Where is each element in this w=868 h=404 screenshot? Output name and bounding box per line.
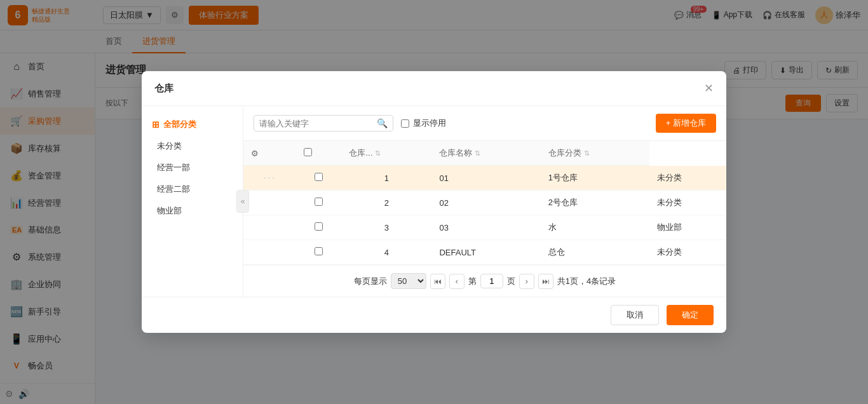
table-row[interactable]: 3 03 水 物业部 [243,215,726,240]
per-page-label: 每页显示 [354,276,387,287]
collapse-button[interactable]: « [236,190,249,213]
row-num-4: 4 [341,240,431,265]
row-more-icon-1[interactable]: ··· [264,172,276,183]
table-row[interactable]: 2 02 2号仓库 未分类 [243,191,726,215]
last-page-button[interactable]: ⏭ [538,274,553,289]
page-size-select[interactable]: 50 100 [391,273,426,289]
table-head: ⚙ 仓库... ⇅ 仓库名称 [243,141,726,166]
table-row[interactable]: ··· 1 01 1号仓库 未分类 [243,166,726,191]
row-actions-2 [243,191,296,215]
cat-item-unclassified[interactable]: 未分类 [142,135,243,157]
dialog-footer: 取消 确定 [142,297,726,333]
th-gear: ⚙ [243,141,296,166]
cat-item-ops2[interactable]: 经营二部 [142,178,243,200]
search-input-wrap: 🔍 [254,115,393,131]
category-sidebar: ⊞ 全部分类 未分类 经营一部 经营二部 物业部 « [142,106,243,297]
row-num-2: 2 [341,191,431,215]
row-checkbox-3[interactable] [315,222,323,231]
table-area: 🔍 显示停用 + 新增仓库 ⚙ [243,106,726,297]
sort-code-icon: ⇅ [375,149,381,158]
cat-item-property[interactable]: 物业部 [142,200,243,222]
cat-item-ops1[interactable]: 经营一部 [142,157,243,178]
dialog-close-button[interactable]: ✕ [704,81,714,95]
row-checkbox-1[interactable] [315,173,323,181]
table-row[interactable]: 4 DEFAULT 总仓 未分类 [243,240,726,265]
page-total-label: 共1页，4条记录 [557,276,616,287]
row-name-1: 1号仓库 [541,166,649,191]
next-page-button[interactable]: › [519,274,534,289]
first-page-button[interactable]: ⏮ [430,274,445,289]
search-icon[interactable]: 🔍 [377,118,388,128]
dialog-title: 仓库 [154,83,173,95]
dialog-header: 仓库 ✕ [142,71,726,106]
row-code-3: 03 [431,215,540,240]
row-checkbox-4[interactable] [315,247,323,255]
row-checkbox-2[interactable] [315,198,323,206]
sort-cat-icon: ⇅ [584,149,590,158]
row-cb-2 [296,191,341,215]
th-checkbox [296,141,341,166]
cancel-button[interactable]: 取消 [611,305,659,325]
row-actions-1: ··· [243,166,296,191]
confirm-button[interactable]: 确定 [667,305,714,325]
row-name-2: 2号仓库 [541,191,649,215]
row-cat-1: 未分类 [649,166,726,191]
row-cb-3 [296,215,341,240]
row-cat-3: 物业部 [649,215,726,240]
th-name: 仓库名称 ⇅ [431,141,540,166]
row-cb-1 [296,166,341,191]
row-cat-4: 未分类 [649,240,726,265]
grid-icon: ⊞ [152,119,159,130]
th-category: 仓库分类 ⇅ [541,141,649,166]
cat-all-label[interactable]: ⊞ 全部分类 [142,114,243,135]
new-warehouse-button[interactable]: + 新增仓库 [656,114,716,133]
row-name-4: 总仓 [541,240,649,265]
warehouse-table: ⚙ 仓库... ⇅ 仓库名称 [243,141,726,265]
row-name-3: 水 [541,215,649,240]
pagination: 每页显示 50 100 ⏮ ‹ 第 页 › ⏭ 共1页，4条记录 [243,265,726,297]
modal-overlay: 仓库 ✕ ⊞ 全部分类 未分类 经营一部 经营二部 [0,0,868,404]
table-body: ··· 1 01 1号仓库 未分类 [243,166,726,265]
show-disabled-label[interactable]: 显示停用 [401,118,446,129]
table-header-row: ⚙ 仓库... ⇅ 仓库名称 [243,141,726,166]
page-number-input[interactable] [480,274,503,288]
row-code-2: 02 [431,191,540,215]
page-label: 第 [468,276,477,287]
prev-page-button[interactable]: ‹ [449,274,465,289]
warehouse-dialog: 仓库 ✕ ⊞ 全部分类 未分类 经营一部 经营二部 [142,71,726,333]
row-cat-2: 未分类 [649,191,726,215]
sort-name-icon: ⇅ [475,149,480,158]
row-code-4: DEFAULT [431,240,540,265]
row-actions-3 [243,215,296,240]
table-container: ⚙ 仓库... ⇅ 仓库名称 [243,141,726,265]
search-bar: 🔍 显示停用 + 新增仓库 [243,106,726,141]
row-actions-4 [243,240,296,265]
row-cb-4 [296,240,341,265]
show-disabled-checkbox[interactable] [401,119,409,128]
row-num-1: 1 [341,166,431,191]
select-all-checkbox[interactable] [304,148,312,156]
page-suffix-label: 页 [507,276,515,287]
dialog-body: ⊞ 全部分类 未分类 经营一部 经营二部 物业部 « [142,106,726,297]
search-input[interactable] [259,119,377,128]
row-code-1: 01 [431,166,540,191]
th-code: 仓库... ⇅ [341,141,431,166]
row-num-3: 3 [341,215,431,240]
